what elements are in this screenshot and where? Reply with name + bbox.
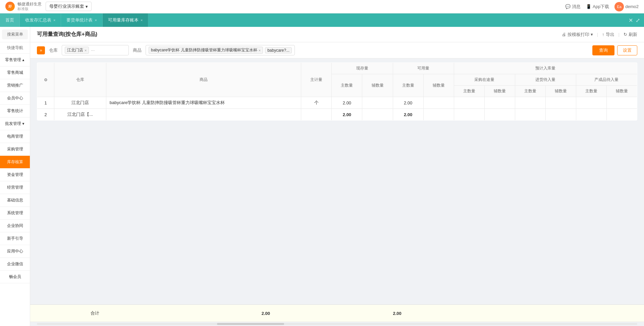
sidebar-item-wholesale-mgmt[interactable]: 批发管理 ▼: [0, 118, 30, 130]
filter-expand-btn[interactable]: »: [37, 46, 45, 54]
tab-receipts[interactable]: 收发存汇总表 ×: [20, 13, 61, 27]
sidebar-item-enterprise[interactable]: 企业协同: [0, 220, 30, 232]
filter-bar: » 仓库 江北门店 × ··· 商品 babycare学饮杯 儿童防摔防撞吸管杯…: [30, 42, 644, 58]
sidebar-item-retail-stats[interactable]: 零售统计: [0, 105, 30, 118]
tab-home-label: 首页: [5, 17, 14, 23]
industry-select[interactable]: 母婴行业演示账套 ▾: [46, 2, 92, 11]
scrollbar-thumb[interactable]: [217, 323, 284, 325]
logo-text: 畅捷通好生意: [17, 2, 42, 6]
sidebar-item-new-guide[interactable]: 新手引导: [0, 232, 30, 245]
nav-tab-actions: ✕ ⤢: [629, 17, 644, 24]
row2-inc-main: [515, 109, 545, 121]
sidebar-item-operations[interactable]: 经营管理: [0, 181, 30, 194]
product-filter-input[interactable]: babycare学饮杯 儿童防摔防撞吸管杯重力球吸嘴杯宝宝水杯 × babyca…: [146, 45, 295, 55]
main-layout: 搜索菜单 快捷导航 零售管理 ▲ 零售商城 营销推广 会员中心 零售统计 批发管…: [0, 27, 644, 326]
refresh-btn[interactable]: ↻ 刷新: [624, 32, 637, 38]
template-print-btn[interactable]: 🖨 按模板打印 ▾: [562, 32, 593, 38]
th-warehouse: 仓库: [54, 63, 106, 97]
page-actions: 🖨 按模板打印 ▾ | ↑ 导出 | ↻ 刷新: [562, 32, 637, 38]
maximize-btn[interactable]: ⤢: [636, 17, 640, 24]
phone-icon: 📱: [586, 4, 591, 9]
warehouse-more-icon: ···: [91, 48, 95, 53]
row2-prod-main: [576, 109, 606, 121]
product-tag-1-close[interactable]: ×: [259, 48, 261, 52]
sidebar-item-enterprise-wechat[interactable]: 企业微信: [0, 258, 30, 271]
filter-action-area: 查询 设置: [592, 45, 637, 55]
row1-pur-main: [454, 97, 484, 109]
avatar: Ea: [614, 2, 624, 11]
query-btn[interactable]: 查询: [592, 45, 614, 55]
sidebar-item-basic-info[interactable]: 基础信息: [0, 194, 30, 207]
th-stock-sub: 辅数量: [362, 74, 393, 97]
user-profile-btn[interactable]: Ea demo2: [614, 2, 639, 11]
footer-stock-total: 2.00: [213, 308, 318, 319]
row2-product: [106, 109, 301, 121]
warehouse-tag-close[interactable]: ×: [85, 48, 87, 52]
tab-receipts-close[interactable]: ×: [53, 18, 55, 22]
th-purchase-main: 主数量: [454, 86, 484, 97]
settings-btn[interactable]: 设置: [617, 45, 637, 55]
tab-orders-label: 要货单统计表: [66, 17, 93, 23]
export-icon: ↑: [602, 32, 604, 37]
th-stock-group: 现存量: [332, 63, 393, 74]
top-bar-left: 好 畅捷通好生意 标准版 母婴行业演示账套 ▾: [5, 2, 92, 11]
quick-nav-btn[interactable]: 快捷导航: [0, 42, 30, 54]
export-btn[interactable]: ↑ 导出: [602, 32, 614, 38]
table-row: 2 江北门店【... 2.00 2.00: [37, 109, 637, 121]
th-available-main: 主数量: [393, 74, 423, 97]
tab-available[interactable]: 可用量库存账本 ×: [103, 13, 148, 27]
th-production-main: 主数量: [576, 86, 606, 97]
th-incoming-main: 主数量: [515, 86, 545, 97]
scrollbar-area: [30, 322, 644, 326]
footer-label: 合计: [87, 308, 193, 319]
message-icon: 💬: [565, 4, 571, 9]
row2-avail-sub: [423, 109, 454, 121]
chevron-down-icon-wholesale: ▼: [22, 122, 25, 126]
row2-inc-sub: [545, 109, 576, 121]
page-header: 可用量查询(按仓库+商品) 🖨 按模板打印 ▾ | ↑ 导出 | ↻ 刷新: [30, 27, 644, 42]
tab-home[interactable]: 首页: [0, 13, 20, 27]
row2-unit: [301, 109, 332, 121]
sidebar-item-inventory[interactable]: 库存核算: [0, 156, 30, 169]
tab-available-close[interactable]: ×: [141, 18, 143, 22]
th-available-group: 可用量: [393, 63, 454, 74]
th-purchase-group: 采购在途量: [454, 74, 515, 86]
sidebar-item-sys-mgmt[interactable]: 系统管理: [0, 207, 30, 220]
sidebar-item-vip[interactable]: 畅会员: [0, 271, 30, 283]
footer-table: 合计 2.00 2.00: [37, 308, 637, 319]
row2-no: 2: [37, 109, 54, 121]
sidebar-item-member-center[interactable]: 会员中心: [0, 92, 30, 105]
th-product: 商品: [106, 63, 301, 97]
sidebar-item-finance[interactable]: 资金管理: [0, 169, 30, 181]
sidebar-item-purchase[interactable]: 采购管理: [0, 143, 30, 156]
row1-unit: 个: [301, 97, 332, 109]
content-area: 可用量查询(按仓库+商品) 🖨 按模板打印 ▾ | ↑ 导出 | ↻ 刷新: [30, 27, 644, 326]
th-production-sub: 辅数量: [606, 86, 637, 97]
th-settings[interactable]: ⚙: [37, 63, 54, 97]
warehouse-filter-input[interactable]: 江北门店 × ···: [62, 45, 129, 55]
sidebar-item-app-center[interactable]: 应用中心: [0, 245, 30, 258]
row2-warehouse: 江北门店【...: [54, 109, 106, 121]
message-btn[interactable]: 💬 消息: [565, 4, 581, 10]
close-window-btn[interactable]: ✕: [629, 17, 633, 24]
page-title: 可用量查询(按仓库+商品): [37, 31, 97, 38]
row1-avail-sub: [423, 97, 454, 109]
sidebar-item-retail-store[interactable]: 零售商城: [0, 66, 30, 79]
row2-avail-main: 2.00: [393, 109, 423, 121]
footer-available-total: 2.00: [345, 308, 449, 319]
tab-orders[interactable]: 要货单统计表 ×: [61, 13, 102, 27]
sidebar-item-ecommerce[interactable]: 电商管理: [0, 130, 30, 143]
chevron-down-icon-print: ▾: [591, 32, 593, 37]
app-download-btn[interactable]: 📱 App下载: [586, 4, 609, 10]
horizontal-scrollbar[interactable]: [37, 323, 637, 325]
row1-warehouse: 江北门店: [54, 97, 106, 109]
tab-orders-close[interactable]: ×: [95, 18, 97, 22]
row1-product: babycare学饮杯 儿童防摔防撞吸管杯重力球吸嘴杯宝宝水杯: [106, 97, 301, 109]
search-menu-btn[interactable]: 搜索菜单: [2, 30, 28, 39]
tab-receipts-label: 收发存汇总表: [25, 17, 51, 23]
sidebar-item-retail-mgmt-label: 零售管理: [5, 57, 21, 63]
sidebar-item-marketing[interactable]: 营销推广: [0, 79, 30, 92]
sidebar-item-retail-mgmt[interactable]: 零售管理 ▲: [0, 54, 30, 66]
product-tag-1: babycare学饮杯 儿童防摔防撞吸管杯重力球吸嘴杯宝宝水杯 ×: [149, 47, 263, 54]
row1-inc-sub: [545, 97, 576, 109]
